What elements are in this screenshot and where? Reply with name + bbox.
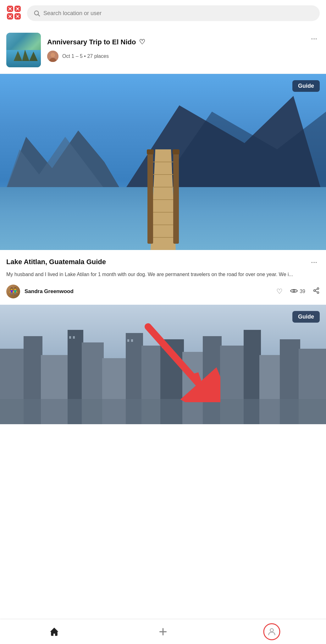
svg-point-10 bbox=[8, 9, 9, 11]
nav-add[interactable] bbox=[109, 619, 218, 644]
svg-point-19 bbox=[11, 17, 12, 18]
share-button[interactable] bbox=[313, 287, 320, 296]
svg-rect-64 bbox=[127, 339, 129, 342]
svg-point-6 bbox=[9, 15, 11, 17]
svg-point-27 bbox=[51, 53, 55, 57]
views-count: 39 bbox=[300, 289, 305, 294]
guide-image-lake[interactable]: Guide bbox=[0, 74, 326, 250]
add-icon bbox=[158, 626, 169, 637]
svg-point-7 bbox=[17, 15, 19, 17]
author-avatar bbox=[6, 285, 20, 298]
author-info[interactable]: Sandra Greenwood bbox=[6, 285, 74, 298]
svg-point-13 bbox=[18, 7, 19, 8]
svg-point-18 bbox=[8, 17, 9, 18]
svg-rect-63 bbox=[73, 336, 75, 339]
guide-author-row: Sandra Greenwood ♡ 39 bbox=[6, 285, 320, 300]
trip-info: Anniversary Trip to El Nido ♡ Oct 1 – 5 … bbox=[47, 38, 302, 62]
svg-line-25 bbox=[38, 14, 40, 16]
nav-home[interactable] bbox=[0, 619, 109, 644]
svg-rect-62 bbox=[69, 336, 71, 339]
guide-badge-2: Guide bbox=[292, 311, 320, 323]
svg-point-22 bbox=[16, 17, 17, 18]
guide-description: My husband and I lived in Lake Atilan fo… bbox=[6, 271, 320, 278]
guide-more-button-1[interactable]: ··· bbox=[308, 256, 320, 268]
svg-rect-44 bbox=[173, 149, 180, 154]
svg-point-14 bbox=[16, 9, 17, 11]
app-logo[interactable] bbox=[6, 5, 23, 21]
svg-point-12 bbox=[16, 7, 17, 8]
svg-point-15 bbox=[18, 9, 19, 11]
trip-meta-text: Oct 1 – 5 • 27 places bbox=[62, 53, 109, 59]
guide-title-row: Lake Atitlan, Guatemala Guide ··· bbox=[6, 256, 320, 268]
svg-point-16 bbox=[8, 14, 9, 16]
trip-title-row: Anniversary Trip to El Nido ♡ bbox=[47, 38, 302, 46]
svg-point-17 bbox=[11, 14, 12, 16]
guide-info-lake: Lake Atitlan, Guatemala Guide ··· My hus… bbox=[0, 250, 326, 305]
app-header bbox=[0, 0, 326, 26]
trip-title-text: Anniversary Trip to El Nido bbox=[47, 38, 136, 46]
svg-rect-42 bbox=[173, 149, 179, 244]
svg-point-8 bbox=[8, 7, 9, 8]
search-input[interactable] bbox=[43, 10, 313, 17]
bottom-nav bbox=[0, 619, 326, 644]
svg-point-9 bbox=[11, 7, 12, 8]
svg-point-11 bbox=[11, 9, 12, 11]
guide-image-city[interactable]: Guide bbox=[0, 305, 326, 424]
search-icon bbox=[33, 10, 40, 17]
svg-rect-67 bbox=[0, 399, 326, 424]
trip-heart-icon[interactable]: ♡ bbox=[139, 38, 145, 46]
svg-rect-65 bbox=[131, 339, 133, 342]
svg-rect-66 bbox=[162, 346, 164, 348]
trip-card: Anniversary Trip to El Nido ♡ Oct 1 – 5 … bbox=[0, 26, 326, 74]
trip-more-button[interactable]: ··· bbox=[308, 33, 320, 44]
svg-point-23 bbox=[18, 17, 19, 18]
guide-actions: ♡ 39 bbox=[276, 287, 320, 296]
profile-icon bbox=[267, 627, 276, 636]
search-bar[interactable] bbox=[27, 5, 320, 21]
svg-point-21 bbox=[18, 14, 19, 16]
heart-action-icon: ♡ bbox=[276, 287, 283, 296]
home-icon bbox=[49, 626, 60, 637]
like-button[interactable]: ♡ bbox=[276, 287, 283, 296]
svg-rect-43 bbox=[147, 149, 154, 154]
author-name: Sandra Greenwood bbox=[25, 288, 74, 295]
svg-rect-41 bbox=[147, 149, 153, 244]
svg-point-20 bbox=[16, 14, 17, 16]
guide-card-city: Guide bbox=[0, 305, 326, 424]
nav-profile[interactable] bbox=[217, 619, 326, 644]
svg-point-5 bbox=[17, 8, 19, 10]
guide-card-lake-atitlan: Guide Lake Atitlan, Guatemala Guide ··· … bbox=[0, 74, 326, 305]
svg-point-73 bbox=[270, 629, 273, 632]
guide-title-text: Lake Atitlan, Guatemala Guide bbox=[6, 258, 106, 266]
svg-point-45 bbox=[293, 290, 295, 292]
guide-badge-1: Guide bbox=[292, 80, 320, 92]
trip-author-avatar[interactable] bbox=[47, 51, 58, 62]
eye-icon bbox=[290, 287, 298, 296]
profile-circle bbox=[263, 623, 280, 640]
share-icon bbox=[313, 287, 320, 296]
trip-thumbnail[interactable] bbox=[6, 33, 41, 67]
svg-point-4 bbox=[9, 8, 11, 10]
views-button[interactable]: 39 bbox=[290, 287, 305, 296]
trip-meta: Oct 1 – 5 • 27 places bbox=[47, 51, 302, 62]
